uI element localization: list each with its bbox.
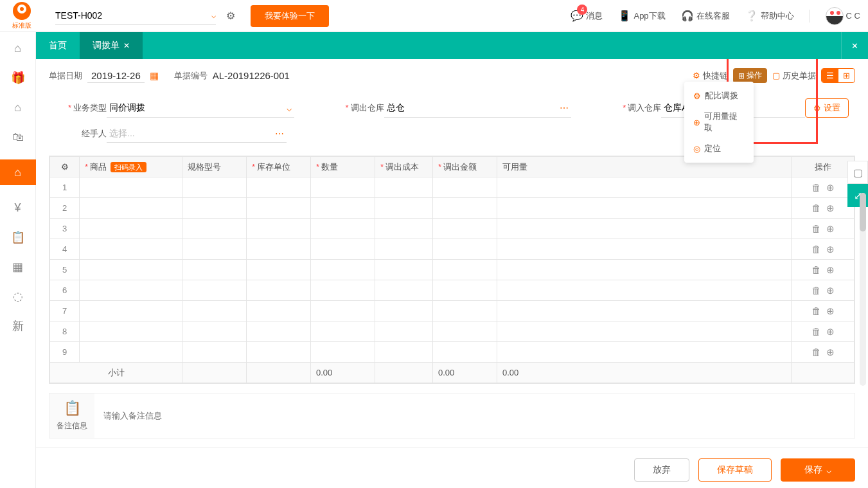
chevron-down-icon[interactable]: ⌵ <box>287 103 292 113</box>
close-all-button[interactable]: ✕ <box>841 32 868 59</box>
col-amount: *调出金额 <box>433 157 497 177</box>
doc-header: 单据日期 2019-12-26 ▦ 单据编号 AL-20191226-001 ⚙… <box>36 59 868 92</box>
docno-label: 单据编号 <box>174 70 208 82</box>
col-qty: *数量 <box>311 157 375 177</box>
biztype-input[interactable] <box>107 99 294 118</box>
delete-icon[interactable]: 🗑 <box>811 326 821 337</box>
docno-value: AL-20191226-001 <box>213 70 290 81</box>
copy-icon[interactable]: ⊕ <box>826 326 835 337</box>
scan-badge[interactable]: 扫码录入 <box>111 162 146 172</box>
sidebar-house-icon[interactable]: ⌂ <box>11 100 25 114</box>
operate-dropdown: ⚙配比调拨 ⊕可用量提取 ◎定位 <box>684 82 754 163</box>
table-row[interactable]: 3🗑⊕ <box>50 219 855 239</box>
page: 单据日期 2019-12-26 ▦ 单据编号 AL-20191226-001 ⚙… <box>36 59 868 488</box>
table-row[interactable]: 9🗑⊕ <box>50 342 855 363</box>
sidebar-home-icon[interactable]: ⌂ <box>11 41 25 55</box>
more-icon[interactable]: ⋯ <box>275 129 284 139</box>
copy-icon[interactable]: ⊕ <box>826 182 835 193</box>
top-right: 💬 消息 4 📱 App下载 🎧 在线客服 ❔ 帮助中心 C C <box>571 7 860 25</box>
date-label: 单据日期 <box>49 70 82 82</box>
help-link[interactable]: ❔ 帮助中心 <box>745 10 794 22</box>
sum-avail: 0.00 <box>497 363 792 383</box>
field-biztype: *业务类型 ⌵ <box>55 98 294 118</box>
delete-icon[interactable]: 🗑 <box>811 223 821 234</box>
experience-button[interactable]: 我要体验一下 <box>251 5 329 27</box>
note-icon: 📋 <box>64 400 81 417</box>
org-input[interactable] <box>55 10 211 21</box>
rightbar-note-icon[interactable]: ▢ <box>847 161 868 184</box>
copy-icon[interactable]: ⊕ <box>826 285 835 296</box>
copy-icon[interactable]: ⊕ <box>826 264 835 275</box>
delete-icon[interactable]: 🗑 <box>811 305 821 316</box>
user-menu[interactable]: C C <box>826 7 860 25</box>
view-list-icon[interactable]: ☰ <box>822 69 838 82</box>
copy-icon[interactable]: ⊕ <box>826 203 835 213</box>
delete-icon[interactable]: 🗑 <box>811 347 821 357</box>
table-row[interactable]: 4🗑⊕ <box>50 239 855 260</box>
table-row[interactable]: 8🗑⊕ <box>50 321 855 342</box>
delete-icon[interactable]: 🗑 <box>811 264 821 275</box>
sidebar-id-icon[interactable]: ▦ <box>11 260 25 274</box>
view-grid-icon[interactable]: ⊞ <box>838 69 855 82</box>
cancel-button[interactable]: 放弃 <box>634 458 689 482</box>
sum-amount: 0.00 <box>433 363 497 383</box>
content: 首页 调拨单 ✕ ✕ 单据日期 2019-12-26 ▦ 单据编号 AL-201… <box>36 32 868 488</box>
sidebar-gift-icon[interactable]: 🎁 <box>11 71 25 85</box>
topbar: 标准版 ⌵ ⚙ 我要体验一下 💬 消息 4 📱 App下载 🎧 在线客服 ❔ 帮… <box>0 0 868 32</box>
pin-icon: ◎ <box>693 144 700 154</box>
tab-transfer[interactable]: 调拨单 ✕ <box>80 32 143 59</box>
date-value[interactable]: 2019-12-26 <box>87 69 145 83</box>
up-icon: ⊕ <box>693 118 700 127</box>
scrollbar[interactable] <box>860 193 866 386</box>
remark-section: 📋 备注信息 <box>49 393 855 438</box>
more-icon[interactable]: ⋯ <box>560 103 569 113</box>
col-unit: *库存单位 <box>247 157 311 177</box>
dropdown-ratio[interactable]: ⚙配比调拨 <box>684 86 754 106</box>
copy-icon[interactable]: ⊕ <box>826 347 835 357</box>
sidebar-new-icon[interactable]: 新 <box>11 319 25 333</box>
chevron-down-icon: ⌵ <box>211 11 216 20</box>
dropdown-locate[interactable]: ◎定位 <box>684 138 754 159</box>
divider <box>810 10 810 23</box>
copy-icon[interactable]: ⊕ <box>826 244 835 255</box>
sidebar-warehouse-icon[interactable]: ⌂ <box>0 159 36 185</box>
table-row[interactable]: 5🗑⊕ <box>50 260 855 280</box>
col-op: 操作 <box>792 157 855 177</box>
logo-label: 标准版 <box>12 21 31 30</box>
delete-icon[interactable]: 🗑 <box>811 285 821 296</box>
sidebar-share-icon[interactable]: ◌ <box>11 289 25 303</box>
org-select[interactable]: ⌵ <box>55 6 216 25</box>
delete-icon[interactable]: 🗑 <box>811 244 821 255</box>
chevron-down-icon: ⌵ <box>826 465 831 475</box>
messages-link[interactable]: 💬 消息 4 <box>571 10 603 22</box>
avatar-icon <box>826 7 844 25</box>
tab-home[interactable]: 首页 <box>36 32 80 59</box>
copy-icon[interactable]: ⊕ <box>826 305 835 316</box>
handler-input[interactable] <box>107 124 287 143</box>
draft-button[interactable]: 保存草稿 <box>698 458 772 482</box>
table-row[interactable]: 1🗑⊕ <box>50 177 855 198</box>
col-cost: *调出成本 <box>375 157 433 177</box>
close-icon[interactable]: ✕ <box>123 41 130 50</box>
col-gear[interactable]: ⚙ <box>50 157 80 177</box>
table-row[interactable]: 2🗑⊕ <box>50 198 855 219</box>
sidebar-money-icon[interactable]: ¥ <box>11 201 25 215</box>
table-row[interactable]: 6🗑⊕ <box>50 280 855 301</box>
delete-icon[interactable]: 🗑 <box>811 203 821 213</box>
subtotal-label: 小计 <box>50 363 182 383</box>
copy-icon[interactable]: ⊕ <box>826 223 835 234</box>
sidebar-bag-icon[interactable]: 🛍 <box>11 130 25 144</box>
table-row[interactable]: 7🗑⊕ <box>50 301 855 321</box>
remark-input[interactable] <box>94 393 855 438</box>
shortcut-link[interactable]: ⚙快捷链 <box>693 70 728 82</box>
delete-icon[interactable]: 🗑 <box>811 182 821 193</box>
calendar-icon[interactable]: ▦ <box>150 70 159 82</box>
service-link[interactable]: 🎧 在线客服 <box>681 10 730 22</box>
gear-icon[interactable]: ⚙ <box>226 10 235 22</box>
sidebar-clipboard-icon[interactable]: 📋 <box>11 230 25 244</box>
remark-head: 📋 备注信息 <box>49 393 94 438</box>
dropdown-avail[interactable]: ⊕可用量提取 <box>684 106 754 138</box>
save-button[interactable]: 保存⌵ <box>781 458 855 482</box>
app-download-link[interactable]: 📱 App下载 <box>618 10 665 22</box>
outwh-input[interactable] <box>384 99 572 118</box>
